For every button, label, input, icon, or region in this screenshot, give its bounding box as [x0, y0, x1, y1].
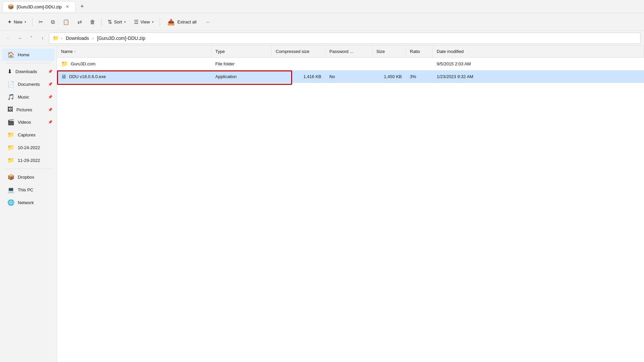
more-button[interactable]: ··· — [203, 16, 213, 28]
cut-button[interactable]: ✂ — [35, 16, 46, 28]
sidebar-item-pictures-label: Pictures — [16, 107, 32, 112]
downloads-icon: ⬇ — [7, 68, 12, 75]
sidebar-item-dropbox-label: Dropbox — [18, 175, 34, 180]
exe-ratio: 3% — [410, 74, 416, 79]
paste-icon: 📋 — [63, 19, 69, 25]
tab-close-button[interactable]: ✕ — [64, 4, 70, 10]
sidebar-item-home[interactable]: 🏠 Home — [2, 49, 55, 61]
pictures-pin-icon: 📌 — [48, 108, 53, 112]
col-header-size[interactable]: Size — [372, 46, 406, 57]
more-label: ··· — [206, 19, 210, 24]
exe-ratio-cell: 3% — [406, 70, 433, 83]
file-area: Name ↑ Type Compressed size Password ...… — [57, 46, 644, 362]
sidebar-item-captures[interactable]: 📁 Captures — [2, 129, 55, 141]
sidebar-item-this-pc[interactable]: 💻 This PC — [2, 184, 55, 196]
folder-icon: 📁 — [61, 60, 68, 67]
col-name-sort-icon: ↑ — [74, 50, 76, 54]
file-compressed-size-cell — [272, 58, 325, 70]
sidebar-item-11-29-2022-label: 11-29-2022 — [18, 158, 40, 163]
col-password-label: Password ... — [329, 49, 354, 54]
col-header-ratio[interactable]: Ratio — [406, 46, 433, 57]
11-29-2022-icon: 📁 — [7, 157, 14, 164]
network-icon: 🌐 — [7, 199, 14, 206]
column-headers: Name ↑ Type Compressed size Password ...… — [57, 46, 644, 58]
file-date-cell: 9/5/2015 2:03 AM — [433, 58, 644, 70]
move-button[interactable]: ⇄ — [74, 16, 85, 28]
col-type-label: Type — [215, 49, 225, 54]
exe-compressed-size-cell: 1,416 KB — [272, 70, 325, 83]
col-header-compressed-size[interactable]: Compressed size — [272, 46, 325, 57]
table-row[interactable]: 📁 Guru3D.com File folder 9/5/2015 2:03 A… — [57, 58, 644, 70]
sidebar-item-downloads-label: Downloads — [15, 69, 37, 74]
sidebar-item-10-24-2022-label: 10-24-2022 — [18, 145, 40, 150]
sidebar-item-documents[interactable]: 📄 Documents 📌 — [2, 78, 55, 90]
back-button[interactable]: ← — [3, 33, 13, 43]
view-button[interactable]: ☰ View ▾ — [130, 16, 157, 28]
pictures-icon: 🖼 — [7, 106, 13, 113]
new-label: New — [14, 19, 22, 24]
sidebar-item-pictures[interactable]: 🖼 Pictures 📌 — [2, 104, 55, 116]
extract-icon: 📤 — [167, 18, 175, 26]
copy-icon: ⧉ — [51, 19, 55, 25]
file-ratio-cell — [406, 58, 433, 70]
exe-type: Application — [215, 74, 237, 79]
col-header-type[interactable]: Type — [211, 46, 272, 57]
file-rows: 📁 Guru3D.com File folder 9/5/2015 2:03 A… — [57, 58, 644, 362]
up-button[interactable]: ↑ — [38, 33, 48, 43]
active-tab[interactable]: 📦 [Guru3D.com]-DDU.zip ✕ — [3, 1, 75, 12]
sidebar-item-music-label: Music — [18, 95, 29, 100]
col-date-label: Date modified — [437, 49, 464, 54]
exe-date-cell: 1/23/2023 9:32 AM — [433, 70, 644, 83]
delete-icon: 🗑 — [90, 19, 95, 25]
toolbar-sep-3 — [160, 18, 160, 26]
breadcrumb-downloads[interactable]: Downloads — [64, 35, 90, 42]
sort-icon: ⇅ — [108, 19, 112, 25]
sidebar-sep-1 — [5, 63, 51, 63]
sidebar-item-this-pc-label: This PC — [18, 187, 33, 192]
sidebar-item-downloads[interactable]: ⬇ Downloads 📌 — [2, 65, 55, 78]
breadcrumb-zip[interactable]: [Guru3D.com]-DDU.zip — [96, 35, 147, 42]
file-date: 9/5/2015 2:03 AM — [437, 61, 471, 66]
sidebar-item-music[interactable]: 🎵 Music 📌 — [2, 91, 55, 103]
breadcrumb-folder-icon: 📁 — [53, 35, 59, 41]
sidebar-item-network-label: Network — [18, 200, 34, 205]
sidebar-item-11-29-2022[interactable]: 📁 11-29-2022 — [2, 154, 55, 167]
sidebar-item-dropbox[interactable]: 📦 Dropbox — [2, 171, 55, 183]
new-tab-button[interactable]: + — [77, 1, 88, 12]
breadcrumb-sep-0: › — [61, 36, 62, 41]
paste-button[interactable]: 📋 — [59, 16, 73, 28]
exe-compressed-size: 1,416 KB — [304, 74, 322, 79]
toolbar-sep-1 — [32, 18, 33, 26]
file-name: Guru3D.com — [71, 61, 96, 66]
col-header-date[interactable]: Date modified — [433, 46, 644, 57]
sidebar-sep-2 — [5, 169, 51, 169]
sort-button[interactable]: ⇅ Sort ▾ — [104, 16, 129, 28]
copy-button[interactable]: ⧉ — [48, 16, 58, 28]
dropdown-button[interactable]: ˅ — [26, 33, 36, 43]
exe-size: 1,450 KB — [384, 74, 402, 79]
delete-button[interactable]: 🗑 — [87, 16, 99, 28]
col-header-name[interactable]: Name ↑ — [57, 46, 211, 57]
sidebar-item-videos[interactable]: 🎬 Videos 📌 — [2, 116, 55, 128]
new-button[interactable]: ✦ New ▾ — [4, 16, 30, 28]
sidebar-item-10-24-2022[interactable]: 📁 10-24-2022 — [2, 141, 55, 154]
view-dropdown-arrow: ▾ — [152, 20, 154, 24]
music-icon: 🎵 — [7, 94, 14, 101]
extract-label: Extract all — [177, 19, 197, 24]
downloads-pin-icon: 📌 — [48, 69, 53, 74]
toolbar: ✦ New ▾ ✂ ⧉ 📋 ⇄ 🗑 ⇅ Sort ▾ ☰ View ▾ 📤 Ex… — [0, 13, 644, 31]
file-password-cell — [325, 58, 372, 70]
sidebar: 🏠 Home ⬇ Downloads 📌 📄 Documents 📌 🎵 Mus… — [0, 46, 57, 362]
table-row[interactable]: 🖥 DDU v18.0.6.0.exe Application 1,416 KB… — [57, 70, 644, 83]
col-compressed-size-label: Compressed size — [276, 49, 309, 54]
col-header-password[interactable]: Password ... — [325, 46, 372, 57]
file-size-cell — [372, 58, 406, 70]
10-24-2022-icon: 📁 — [7, 144, 14, 151]
file-type: File folder — [215, 61, 234, 66]
forward-button[interactable]: → — [15, 33, 25, 43]
new-icon: ✦ — [7, 19, 12, 25]
extract-all-button[interactable]: 📤 Extract all — [163, 16, 201, 28]
exe-password-cell: No — [325, 70, 372, 83]
sidebar-item-network[interactable]: 🌐 Network — [2, 196, 55, 209]
sidebar-item-captures-label: Captures — [18, 132, 36, 137]
